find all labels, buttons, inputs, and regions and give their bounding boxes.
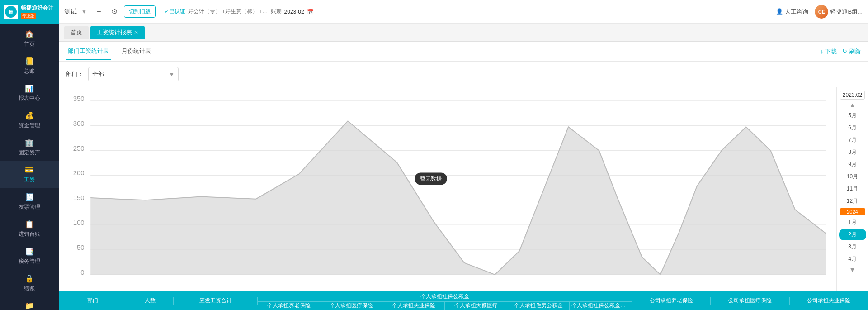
chart-container: 0 50 100 150 200 250 300 350	[59, 87, 868, 291]
chart-tooltip: 暂无数据	[415, 172, 447, 185]
month-item-11[interactable]: 11月	[839, 183, 866, 195]
close-period-icon: 🔒	[25, 274, 34, 283]
tab-payroll-label: 工资统计报表	[97, 29, 132, 37]
sidebar: 畅 畅捷通好会计 专业版 🏠 首页 📒 总账 📊 报表中心 💰	[0, 0, 59, 310]
month-item-10[interactable]: 10月	[839, 171, 866, 182]
col-company-medical: 公司承担医疗保险	[711, 297, 789, 305]
year-2024-badge[interactable]: 2024	[840, 208, 865, 215]
tab-home-label: 首页	[71, 29, 82, 37]
filter-label: 部门：	[66, 70, 84, 78]
col-salary-total: 应发工资合计	[174, 297, 258, 305]
sidebar-item-reports[interactable]: 📊 报表中心	[0, 80, 59, 107]
svg-text:250: 250	[73, 145, 85, 152]
app-logo: 畅 畅捷通好会计 专业版	[0, 0, 59, 24]
col-personal-serious-medical: 个人承担大额医疗	[445, 302, 507, 310]
topbar-settings-button[interactable]: ⚙	[108, 6, 120, 18]
month-item-4[interactable]: 4月	[839, 253, 866, 265]
personal-social-group: 个人承担社保公积金 个人承担养老保险 个人承担医疗保险 个人承担失业保险 个人承…	[258, 292, 632, 310]
refresh-label: 刷新	[849, 48, 861, 56]
topbar-add-button[interactable]: +	[93, 6, 105, 18]
sidebar-item-close[interactable]: 🔒 结账	[0, 270, 59, 297]
tab-bar: 首页 工资统计报表 ✕	[59, 24, 868, 42]
year-down-button[interactable]: ▼	[849, 265, 856, 274]
dept-select[interactable]: 全部 ▼	[88, 67, 179, 81]
topbar-right: 👤 人工咨询 CE 轻捷通B组...	[776, 5, 863, 19]
sales-icon: 📋	[25, 220, 34, 229]
payroll-icon: 💳	[25, 166, 34, 174]
topbar-dropdown-arrow[interactable]: ▼	[81, 9, 87, 15]
sub-tabs: 部门工资统计表 月份统计表 ↓ 下载 ↻ 刷新	[59, 42, 868, 62]
logo-text-block: 畅捷通好会计 专业版	[21, 4, 53, 19]
sidebar-item-archive[interactable]: 📁 归档管理	[0, 297, 59, 310]
download-button[interactable]: ↓ 下载	[821, 48, 837, 56]
sidebar-label-assets: 固定资产	[19, 149, 40, 157]
svg-text:畅: 畅	[9, 10, 13, 14]
month-item-7[interactable]: 7月	[839, 134, 866, 146]
topbar-tags: ✓已认证 好会计（专） +好生意（标） +… 账期 2023-02 📅	[165, 8, 314, 15]
personal-social-group-label: 个人承担社保公积金	[258, 292, 632, 302]
tab-close-icon[interactable]: ✕	[134, 29, 138, 36]
sidebar-item-ledger[interactable]: 📒 总账	[0, 52, 59, 80]
refresh-button[interactable]: ↻ 刷新	[842, 48, 861, 56]
reports-icon: 📊	[25, 84, 34, 93]
month-item-5[interactable]: 5月	[839, 110, 866, 121]
sidebar-label-tax: 税务管理	[19, 258, 40, 265]
tab-payroll-stats[interactable]: 工资统计报表 ✕	[90, 26, 145, 39]
chart-svg-area: 0 50 100 150 200 250 300 350	[59, 87, 868, 291]
col-personal-pension: 个人承担养老保险	[258, 302, 320, 310]
logo-icon: 畅	[4, 5, 18, 19]
svg-marker-18	[90, 121, 826, 275]
refresh-icon: ↻	[842, 48, 847, 55]
month-item-6[interactable]: 6月	[839, 122, 866, 134]
topbar-title: 测试	[64, 8, 77, 16]
switch-version-button[interactable]: 切到旧版	[124, 5, 156, 18]
month-item-8[interactable]: 8月	[839, 147, 866, 158]
archive-icon: 📁	[25, 301, 34, 310]
tax-icon: 📑	[25, 247, 34, 256]
user-profile[interactable]: CE 轻捷通B组...	[815, 5, 863, 19]
sidebar-item-funds[interactable]: 💰 资金管理	[0, 107, 59, 134]
home-icon: 🏠	[25, 30, 34, 38]
col-company-pension: 公司承担养老保险	[632, 297, 711, 305]
sidebar-label-invoice: 发票管理	[19, 203, 40, 211]
sub-tab-dept[interactable]: 部门工资统计表	[66, 43, 111, 60]
period-label: 账期	[271, 8, 282, 15]
sidebar-item-payroll[interactable]: 💳 工资	[0, 161, 59, 188]
sidebar-item-sales[interactable]: 📋 进销台账	[0, 215, 59, 243]
sidebar-nav: 🏠 首页 📒 总账 📊 报表中心 💰 资金管理 🏢 固定资产 💳 工资	[0, 24, 59, 310]
month-item-12[interactable]: 12月	[839, 196, 866, 207]
month-item-2-active[interactable]: 2月	[839, 229, 866, 240]
svg-text:100: 100	[73, 219, 85, 226]
sidebar-item-home[interactable]: 🏠 首页	[0, 25, 59, 52]
period-value: 2023-02	[284, 9, 304, 15]
help-button[interactable]: 👤 人工咨询	[776, 8, 808, 16]
year-input[interactable]: 2023.02	[840, 91, 865, 100]
download-label: 下载	[825, 48, 837, 56]
svg-text:350: 350	[73, 95, 85, 102]
month-item-3[interactable]: 3月	[839, 241, 866, 253]
svg-text:50: 50	[77, 244, 85, 251]
logo-badge: 专业版	[21, 13, 36, 19]
filter-row: 部门： 全部 ▼	[59, 62, 868, 87]
col-personal-medical: 个人承担医疗保险	[320, 302, 382, 310]
sidebar-label-ledger: 总账	[24, 67, 35, 75]
calendar-icon[interactable]: 📅	[307, 9, 314, 15]
sidebar-item-invoice[interactable]: 🧾 发票管理	[0, 188, 59, 215]
certified-tag: ✓已认证	[165, 8, 185, 15]
col-personal-unemployment: 个人承担失业保险	[382, 302, 445, 310]
invoice-icon: 🧾	[25, 193, 34, 201]
sidebar-item-assets[interactable]: 🏢 固定资产	[0, 134, 59, 161]
col-company-unemployment: 公司承担失业保险	[790, 297, 868, 305]
table-header-row: 部门 人数 应发工资合计 个人承担社保公积金 个人承担养老保险 个人承担医疗保险…	[59, 291, 868, 310]
tab-home[interactable]: 首页	[64, 26, 89, 39]
download-icon: ↓	[821, 48, 824, 55]
sidebar-item-tax[interactable]: 📑 税务管理	[0, 243, 59, 270]
year-up-button[interactable]: ▲	[849, 100, 856, 110]
area-chart: 0 50 100 150 200 250 300 350	[66, 91, 832, 286]
month-item-9[interactable]: 9月	[839, 159, 866, 170]
col-dept: 部门	[59, 297, 127, 305]
month-item-1[interactable]: 1月	[839, 217, 866, 228]
user-name: 轻捷通B组...	[830, 8, 863, 16]
sub-tab-monthly[interactable]: 月份统计表	[120, 43, 153, 60]
help-label: 人工咨询	[785, 8, 808, 16]
